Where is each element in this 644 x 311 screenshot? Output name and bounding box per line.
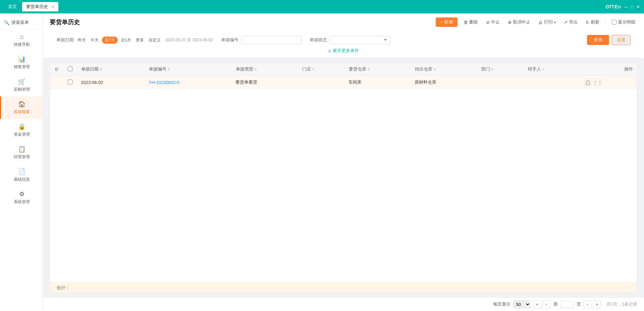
content-area: 要货单历史 + 新增 🗑 删除 ⊘ 中止 ⊗ 取消中止 xyxy=(43,13,644,311)
sidebar-item-quick-nav[interactable]: ⌂ 快捷导航 xyxy=(0,29,43,51)
th-number: 单据编号 ⇅ xyxy=(145,63,231,76)
date-opt-more[interactable]: 更多 xyxy=(135,37,145,44)
date-options: 昨天 今天 近7天 近1月 更多 自定义 2023-05-27 至 2023-0… xyxy=(76,37,213,44)
date-opt-today[interactable]: 今天 xyxy=(89,37,100,44)
sort-type-icon: ⇅ xyxy=(254,68,257,71)
toolbar-divider xyxy=(605,19,606,25)
minimize-icon[interactable]: — xyxy=(624,4,628,9)
sort-handler-icon: ⇅ xyxy=(542,68,545,71)
page-nav: « ‹ 第 1 页 › » xyxy=(533,300,601,308)
query-button[interactable]: 查询 xyxy=(587,35,609,45)
page-number-input[interactable]: 1 xyxy=(560,301,574,308)
doc-number-link[interactable]: YH-20230602-0 xyxy=(149,80,179,85)
export-icon: ↗ xyxy=(564,20,568,25)
date-filter: 单据日期 昨天 今天 近7天 近1月 更多 自定义 2023-05-27 至 2… xyxy=(56,37,213,44)
last-page-button[interactable]: » xyxy=(593,300,601,308)
maximize-icon[interactable]: □ xyxy=(631,4,634,9)
date-opt-last1month[interactable]: 近1月 xyxy=(120,37,133,44)
sidebar: 🔍 搜索菜单 ⌂ 快捷导航 📊 销售管理 🛒 采购管理 🏠 库存核算 🔒 资金管… xyxy=(0,13,43,311)
sidebar-item-operation[interactable]: 📋 经营管理 xyxy=(0,141,43,164)
row-ops: 📋 ⋮⋮ xyxy=(584,79,633,86)
basic-icon: 📄 xyxy=(18,168,25,175)
status-filter: 单据状态 xyxy=(310,36,390,44)
filter-area: 单据日期 昨天 今天 近7天 近1月 更多 自定义 2023-05-27 至 2… xyxy=(50,31,637,58)
th-handler: 经手人 ⇅ xyxy=(524,63,580,76)
row-edit-icon[interactable]: 📋 xyxy=(584,79,591,86)
status-select[interactable] xyxy=(330,36,390,44)
display-detail-checkbox[interactable] xyxy=(612,20,616,25)
sidebar-item-finance[interactable]: 🔒 资金管理 xyxy=(0,119,43,141)
first-page-button[interactable]: « xyxy=(533,300,541,308)
sort-date-icon: ⇅ xyxy=(100,68,102,71)
stop-button[interactable]: ⊘ 中止 xyxy=(484,18,502,27)
table-row: 2023-06-02 YH-20230602-0 要货单要货 车间库 原材料仓库 xyxy=(50,76,637,89)
sidebar-item-sales[interactable]: 📊 销售管理 xyxy=(0,51,43,74)
sort-dept-icon: ⇅ xyxy=(491,68,494,71)
status-label: 单据状态 xyxy=(310,37,327,43)
date-opt-last7days[interactable]: 近7天 xyxy=(102,37,118,44)
settings-button[interactable]: 设置 xyxy=(612,35,631,45)
purchase-icon: 🛒 xyxy=(18,78,25,85)
th-department: 部门 ⇅ xyxy=(477,63,524,76)
new-button[interactable]: + 新增 xyxy=(436,17,458,27)
operation-icon: 📋 xyxy=(18,145,25,153)
sidebar-item-basic[interactable]: 📄 基础信息 xyxy=(0,164,43,186)
td-date: 2023-06-02 xyxy=(77,76,145,89)
display-detail-button[interactable]: 显示明细 xyxy=(610,18,637,27)
sales-icon: 📊 xyxy=(18,55,25,63)
doc-number-filter: 单据编号 xyxy=(221,36,302,44)
date-filter-label: 单据日期 xyxy=(56,37,74,43)
cancel-stop-button[interactable]: ⊗ 取消中止 xyxy=(506,18,532,27)
search-icon: 🔍 xyxy=(4,20,9,25)
date-range-display: 2023-05-27 至 2023-06-02 xyxy=(165,37,213,43)
sort-number-icon: ⇅ xyxy=(167,68,170,71)
page-header: 要货单历史 + 新增 🗑 删除 ⊘ 中止 ⊗ 取消中止 xyxy=(43,13,644,58)
pagination-bar: 每页显示 50 10 20 100 « ‹ 第 1 页 › » 共1页，1条记录 xyxy=(43,297,644,311)
data-table: ⚙ 单据日期 ⇅ xyxy=(50,63,637,89)
refresh-button[interactable]: ↻ 刷新 xyxy=(584,18,601,27)
sort-store-icon: ⇅ xyxy=(312,68,315,71)
th-store: 门店 ⇅ xyxy=(298,63,345,76)
td-type: 要货单要货 xyxy=(231,76,298,89)
select-all-checkbox[interactable] xyxy=(68,66,72,71)
doc-number-input[interactable] xyxy=(241,36,302,44)
print-button[interactable]: 🖨 打印 ▾ xyxy=(536,18,558,27)
gear-icon[interactable]: ⚙ xyxy=(54,66,59,72)
sidebar-item-purchase[interactable]: 🛒 采购管理 xyxy=(0,74,43,96)
quick-nav-icon: ⌂ xyxy=(20,33,24,40)
th-settings[interactable]: ⚙ xyxy=(50,63,63,76)
table-header-row: ⚙ 单据日期 ⇅ xyxy=(50,63,637,76)
brand-label: OfTEn xyxy=(605,4,621,9)
date-opt-yesterday[interactable]: 昨天 xyxy=(76,37,87,44)
table-wrap: ⚙ 单据日期 ⇅ xyxy=(50,62,637,293)
td-pending-warehouse: 原材料仓库 xyxy=(411,76,477,89)
row-checkbox[interactable] xyxy=(68,80,72,84)
th-ops: 操作 xyxy=(580,63,637,76)
td-number: YH-20230602-0 xyxy=(145,76,231,89)
sidebar-item-inventory[interactable]: 🏠 库存核算 xyxy=(0,96,43,119)
close-window-icon[interactable]: ✕ xyxy=(636,4,640,9)
td-settings xyxy=(50,76,63,89)
th-req-warehouse: 要货仓库 ⇅ xyxy=(344,63,411,76)
prev-page-button[interactable]: ‹ xyxy=(543,300,551,308)
next-page-button[interactable]: › xyxy=(584,300,592,308)
page-title-bar: 要货单历史 + 新增 🗑 删除 ⊘ 中止 ⊗ 取消中止 xyxy=(50,17,637,27)
sort-pending-icon: ⇅ xyxy=(433,68,436,71)
delete-button[interactable]: 🗑 删除 xyxy=(462,18,480,27)
tab-history[interactable]: 要货单历史 ✕ xyxy=(22,2,58,11)
main-layout: 🔍 搜索菜单 ⌂ 快捷导航 📊 销售管理 🛒 采购管理 🏠 库存核算 🔒 资金管… xyxy=(0,13,644,311)
th-check xyxy=(63,63,77,76)
td-department xyxy=(477,76,524,89)
export-button[interactable]: ↗ 导出 xyxy=(562,18,580,27)
date-opt-custom[interactable]: 自定义 xyxy=(147,37,162,44)
toolbar: + 新增 🗑 删除 ⊘ 中止 ⊗ 取消中止 🖨 打 xyxy=(436,17,637,27)
tab-home[interactable]: 首页 xyxy=(4,2,21,11)
tab-close-icon[interactable]: ✕ xyxy=(51,5,54,9)
td-handler xyxy=(524,76,580,89)
row-detail-icon[interactable]: ⋮⋮ xyxy=(594,79,601,86)
top-bar-right: OfTEn — □ ✕ xyxy=(605,4,640,9)
sidebar-item-system[interactable]: ⚙ 系统管理 xyxy=(0,186,43,209)
expand-more-button[interactable]: ∨ 展开更多条件 xyxy=(56,48,631,54)
page-size-select[interactable]: 50 10 20 100 xyxy=(513,301,531,308)
search-menu[interactable]: 🔍 搜索菜单 xyxy=(0,16,43,29)
